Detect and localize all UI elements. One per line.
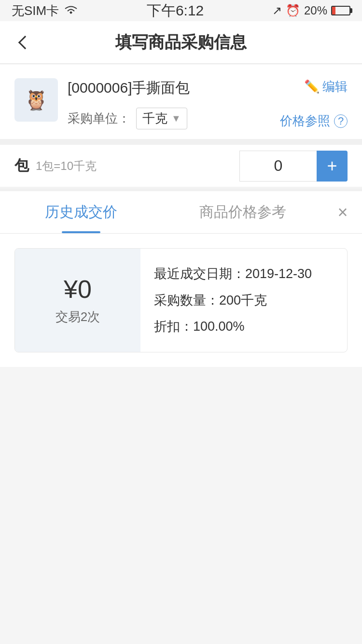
price-card: ¥0 交易2次 最近成交日期：2019-12-30 采购数量：200千克 折扣：… [14, 248, 348, 352]
quantity-section: 包 1包=10千克 + [0, 145, 362, 187]
tab-product-price[interactable]: 商品价格参考 [162, 191, 323, 233]
product-info: [0000006]手撕面包 采购单位： 千克 ▼ [68, 78, 190, 129]
price-card-left: ¥0 交易2次 [15, 249, 140, 352]
edit-button[interactable]: ✏️ 编辑 [304, 78, 348, 95]
tab-history-price[interactable]: 历史成交价 [0, 191, 162, 233]
transaction-count: 交易2次 [56, 308, 100, 325]
page-title: 填写商品采购信息 [115, 31, 247, 54]
back-arrow-icon [18, 35, 32, 49]
price-currency: ¥ [64, 275, 78, 303]
edit-label: 编辑 [322, 78, 348, 95]
unit-dropdown-arrow-icon: ▼ [171, 113, 181, 124]
status-time: 下午6:12 [147, 1, 204, 21]
tabs-header: 历史成交价 商品价格参考 × [0, 191, 362, 234]
quantity-unit: 包 [14, 156, 29, 176]
recent-date-value: 2019-12-30 [245, 266, 312, 281]
price-ref-label: 价格参照 [280, 112, 330, 129]
help-icon: ? [334, 114, 348, 128]
discount-row: 折扣：100.00% [154, 317, 334, 336]
tab-product-label: 商品价格参考 [199, 202, 286, 222]
unit-conversion: 1包=10千克 [36, 158, 97, 174]
product-name: [0000006]手撕面包 [68, 78, 190, 98]
tab-history-label: 历史成交价 [45, 202, 117, 222]
purchase-qty-value: 200千克 [219, 293, 267, 308]
status-right: ↗ ⏰ 20% [272, 4, 350, 17]
product-section: 🦉 [0000006]手撕面包 采购单位： 千克 ▼ ✏️ 编辑 价格参照 [0, 65, 362, 139]
product-unit-row: 采购单位： 千克 ▼ [68, 108, 190, 129]
battery-icon [331, 6, 350, 15]
recent-date-row: 最近成交日期：2019-12-30 [154, 264, 334, 284]
bottom-area [0, 367, 362, 644]
quantity-label: 包 1包=10千克 [14, 156, 97, 176]
nav-bar: 填写商品采购信息 [0, 21, 362, 64]
product-image: 🦉 [14, 78, 58, 122]
unit-label: 采购单位： [68, 110, 130, 127]
discount-label: 折扣： [154, 319, 193, 334]
purchase-qty-row: 采购数量：200千克 [154, 291, 334, 310]
purchase-qty-label: 采购数量： [154, 293, 219, 308]
unit-value: 千克 [142, 110, 167, 127]
product-header: 🦉 [0000006]手撕面包 采购单位： 千克 ▼ ✏️ 编辑 价格参照 [14, 78, 348, 129]
recent-date-label: 最近成交日期： [154, 266, 245, 281]
price-card-right: 最近成交日期：2019-12-30 采购数量：200千克 折扣：100.00% [140, 249, 347, 352]
status-bar: 无SIM卡 下午6:12 ↗ ⏰ 20% [0, 0, 362, 21]
discount-value: 100.00% [193, 319, 245, 334]
unit-selector[interactable]: 千克 ▼ [136, 108, 187, 129]
product-actions: ✏️ 编辑 价格参照 ? [280, 78, 348, 129]
tabs-section: 历史成交价 商品价格参考 × ¥0 交易2次 最近成交日期：2019-12-30… [0, 188, 362, 367]
price-display: ¥0 [64, 275, 92, 304]
product-left: 🦉 [0000006]手撕面包 采购单位： 千克 ▼ [14, 78, 190, 129]
price-ref-button[interactable]: 价格参照 ? [280, 112, 348, 129]
quantity-input-area: + [239, 151, 348, 182]
wifi-icon [64, 5, 78, 16]
quantity-input[interactable] [239, 151, 317, 182]
product-icon: 🦉 [24, 89, 48, 112]
battery-text: 20% [304, 4, 327, 17]
section-divider [0, 139, 362, 145]
tab-close-button[interactable]: × [323, 191, 362, 233]
edit-icon: ✏️ [304, 79, 320, 94]
history-content: ¥0 交易2次 最近成交日期：2019-12-30 采购数量：200千克 折扣：… [0, 234, 362, 367]
tab-active-underline [62, 231, 100, 233]
location-icon: ↗ [272, 4, 282, 17]
quantity-plus-button[interactable]: + [317, 151, 348, 182]
price-value: 0 [78, 275, 92, 303]
back-button[interactable] [14, 31, 37, 54]
alarm-icon: ⏰ [286, 4, 300, 17]
signal-text: 无SIM卡 [12, 2, 59, 19]
status-left: 无SIM卡 [12, 2, 78, 19]
